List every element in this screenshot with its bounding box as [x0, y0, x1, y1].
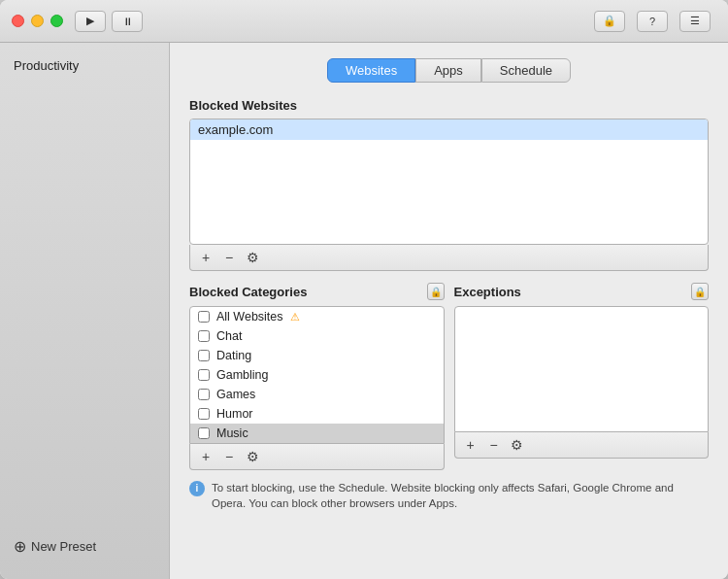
category-humor-checkbox[interactable] — [198, 408, 210, 420]
category-item: Dating — [190, 346, 444, 365]
sidebar-footer: ⊕ New Preset — [0, 550, 169, 569]
blocked-categories-col: Blocked Categories 🔒 All Websites ⚠ Chat — [189, 283, 445, 470]
play-button[interactable]: ▶ — [75, 11, 106, 32]
tab-schedule[interactable]: Schedule — [481, 58, 571, 83]
exceptions-list — [454, 306, 710, 432]
close-button[interactable] — [12, 15, 24, 27]
sidebar-item-productivity[interactable]: Productivity — [0, 52, 169, 79]
websites-add-button[interactable]: + — [194, 248, 217, 267]
blocked-websites-label: Blocked Websites — [189, 98, 709, 113]
exceptions-header: Exceptions 🔒 — [454, 283, 710, 300]
exceptions-remove-button[interactable]: − — [482, 435, 506, 455]
exceptions-settings-button[interactable]: ⚙ — [506, 435, 529, 455]
category-all-websites-label: All Websites — [216, 310, 283, 324]
categories-toolbar: + − ⚙ — [189, 444, 445, 470]
websites-settings-button[interactable]: ⚙ — [241, 248, 264, 267]
new-preset-button[interactable]: ⊕ New Preset — [14, 537, 96, 556]
categories-list: All Websites ⚠ Chat Dating — [189, 306, 445, 444]
categories-add-button[interactable]: + — [194, 447, 217, 466]
menu-button[interactable]: ☰ — [679, 11, 711, 32]
category-gambling-checkbox[interactable] — [198, 369, 210, 381]
exceptions-lock-icon[interactable]: 🔒 — [691, 283, 709, 300]
category-all-websites-checkbox[interactable] — [198, 311, 210, 323]
exceptions-col: Exceptions 🔒 + − ⚙ — [454, 283, 710, 470]
category-games-label: Games — [216, 388, 255, 401]
tab-apps[interactable]: Apps — [415, 58, 481, 83]
exceptions-add-button[interactable]: + — [459, 435, 482, 455]
categories-settings-button[interactable]: ⚙ — [241, 447, 264, 466]
window: ▶ ⏸ 🔒 ? ☰ Productivity ⊕ New Preset — [0, 0, 728, 579]
plus-icon: ⊕ — [14, 537, 26, 556]
category-music-label: Music — [216, 426, 248, 440]
blocked-categories-label: Blocked Categories — [189, 285, 307, 299]
traffic-lights — [12, 15, 63, 27]
category-chat-label: Chat — [216, 329, 242, 343]
content: Websites Apps Schedule Blocked Websites … — [170, 43, 728, 579]
category-dating-checkbox[interactable] — [198, 350, 210, 361]
category-dating-label: Dating — [216, 349, 251, 362]
category-item: Games — [190, 385, 444, 404]
category-item-music[interactable]: Music — [190, 424, 444, 443]
titlebar: ▶ ⏸ 🔒 ? ☰ — [0, 0, 728, 43]
category-item: Humor — [190, 404, 444, 424]
tab-websites[interactable]: Websites — [327, 58, 415, 83]
maximize-button[interactable] — [50, 15, 63, 27]
lock-button[interactable]: 🔒 — [594, 11, 625, 32]
info-text: To start blocking, use the Schedule. Web… — [212, 480, 709, 511]
category-item: All Websites ⚠ — [190, 307, 444, 326]
category-music-checkbox[interactable] — [198, 427, 210, 439]
website-item[interactable]: example.com — [190, 119, 708, 140]
help-button[interactable]: ? — [637, 11, 668, 32]
exceptions-toolbar: + − ⚙ — [454, 432, 710, 459]
websites-toolbar: + − ⚙ — [189, 245, 709, 271]
titlebar-right: 🔒 ? ☰ — [594, 11, 716, 32]
blocked-categories-header: Blocked Categories 🔒 — [189, 283, 445, 300]
category-item: Chat — [190, 326, 444, 346]
warning-icon: ⚠ — [290, 311, 300, 324]
tab-bar: Websites Apps Schedule — [189, 58, 709, 83]
category-chat-checkbox[interactable] — [198, 330, 210, 342]
exceptions-label: Exceptions — [454, 285, 521, 299]
sidebar: Productivity ⊕ New Preset — [0, 43, 170, 579]
category-item: Gambling — [190, 365, 444, 385]
minimize-button[interactable] — [31, 15, 44, 27]
category-gambling-label: Gambling — [216, 368, 269, 382]
two-col-section: Blocked Categories 🔒 All Websites ⚠ Chat — [189, 283, 709, 470]
info-bar: i To start blocking, use the Schedule. W… — [189, 480, 709, 511]
category-humor-label: Humor — [216, 407, 253, 421]
websites-empty-space — [190, 140, 708, 237]
main-content: Productivity ⊕ New Preset Websites Apps … — [0, 43, 728, 579]
websites-list: example.com — [189, 119, 709, 245]
info-icon: i — [189, 481, 205, 496]
category-games-checkbox[interactable] — [198, 389, 210, 400]
pause-button[interactable]: ⏸ — [112, 11, 143, 32]
sidebar-wrapper: Productivity ⊕ New Preset — [0, 52, 169, 569]
new-preset-label: New Preset — [31, 539, 96, 554]
categories-remove-button[interactable]: − — [217, 447, 241, 466]
categories-lock-icon[interactable]: 🔒 — [427, 283, 445, 300]
websites-remove-button[interactable]: − — [217, 248, 241, 267]
